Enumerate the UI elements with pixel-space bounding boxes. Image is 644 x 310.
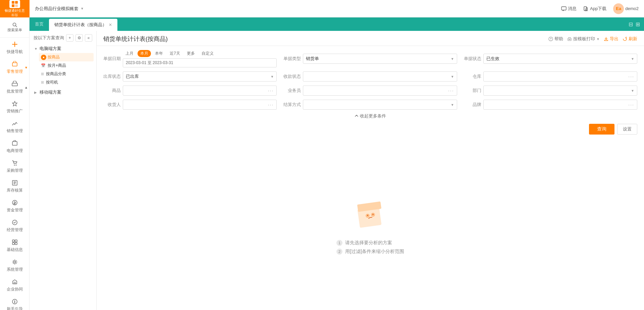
out-status-control[interactable]: 已出库 ▼ [123,71,277,82]
nav-wholesale[interactable]: 批发管理 ▲ [0,77,29,97]
doc-type-label: 单据类型 [283,56,301,62]
page-content: 按以下方案查询 + ⚙ « ▼ 电脑端方案 ● 按商品 [30,31,644,310]
collapse-row[interactable]: 收起更多条件 [97,111,644,121]
help-action[interactable]: 帮助 [548,36,563,42]
goods-control[interactable]: ··· [123,86,277,96]
export-icon [604,37,608,41]
tab-maximize-icon[interactable]: ⊞ [636,21,640,28]
date-tab-this-month[interactable]: 本月 [138,50,151,57]
main-content: 办公用品行业模拟账套 ▼ 消息 App下载 E [30,0,644,310]
collapse-btn[interactable]: 收起更多条件 [355,113,386,119]
filter-dept: 部门 ▼ [464,86,637,96]
tree-item-category[interactable]: ⊞ 按商品分类 [39,70,94,78]
svg-rect-26 [584,7,587,10]
search-icon [12,22,17,28]
filter-staff: 业务员 ··· [283,86,457,96]
tab-minimize-icon[interactable]: ⊟ [629,21,633,28]
nav-finance[interactable]: 资金管理 [0,196,29,216]
page-header: 销货单统计计表(按商品) 帮助 [97,31,644,46]
app-download-btn[interactable]: App下载 [583,6,606,12]
panel-add-btn[interactable]: + [66,34,73,42]
page-header-actions: 帮助 按模板打印 ▼ [548,36,637,42]
nav-system[interactable]: 系统管理 [0,255,29,275]
message-btn[interactable]: 消息 [561,6,577,12]
nav-menu: 快捷导航 零售管理 ▼ 批发管理 ▲ [0,38,29,310]
tree-mobile-toggle: ▶ [34,91,38,94]
nav-sales[interactable]: 销售管理 [0,117,29,137]
tab-right-icons: ⊟ ⊞ [629,21,644,28]
payment-control[interactable]: ▼ [303,100,457,110]
tab-bar: 首页 销货单统计计表（按商品） ✕ ⊟ ⊞ [30,17,644,31]
payment-label: 结算方式 [283,102,301,108]
help-icon [548,37,553,41]
date-tab-more[interactable]: 更多 [184,50,198,57]
tree-item-month-goods[interactable]: 📅 按月+商品 [39,61,94,70]
panel-settings-btn[interactable]: ⚙ [75,34,83,42]
receiver-dots: ··· [268,102,274,107]
staff-dots: ··· [448,88,454,93]
nav-marketing[interactable]: 营销推广 [0,97,29,117]
refresh-action[interactable]: 刷新 [623,36,637,42]
svg-rect-1 [15,1,18,4]
doc-type-control[interactable]: 销货单 ▼ [303,54,457,64]
out-status-arrow: ▼ [270,75,274,79]
svg-line-5 [15,26,17,27]
search-label: 搜索菜单 [7,28,22,33]
date-tab-this-year[interactable]: 本年 [152,50,166,57]
warehouse-dots: ··· [628,74,634,79]
tab-close-btn[interactable]: ✕ [109,22,112,27]
tree-mobile-section[interactable]: ▶ 移动端方案 [32,88,94,97]
warehouse-control[interactable]: ··· [483,71,637,82]
date-tab-custom[interactable]: 自定义 [199,50,216,57]
pay-status-control[interactable]: ▼ [303,71,457,82]
svg-rect-0 [12,1,14,4]
nav-enterprise[interactable]: 企业协同 [0,275,29,295]
export-label: 导出 [610,36,619,42]
receiver-control[interactable]: ··· [123,100,277,110]
tree-item-driver[interactable]: ⊞ 按司机 [39,78,94,87]
print-action[interactable]: 按模板打印 ▼ [567,36,600,42]
nav-ecom[interactable]: 电商管理 [0,137,29,156]
svg-point-9 [14,165,15,166]
nav-operation[interactable]: 经营管理 [0,216,29,236]
tree-pc-section[interactable]: ▼ 电脑端方案 [32,44,94,53]
app-download-label: App下载 [590,6,606,12]
search-menu-item[interactable]: 搜索菜单 [0,20,29,35]
nav-purchase[interactable]: 采购管理 [0,156,29,176]
empty-svg [350,193,390,233]
industry-dropdown-icon[interactable]: ▼ [80,7,84,10]
sales-icon [11,119,19,127]
date-tab-7days[interactable]: 近7天 [167,50,183,57]
nav-inventory[interactable]: 库存核算 [0,176,29,196]
pay-status-arrow: ▼ [451,75,454,79]
nav-guide[interactable]: 新手引导 [0,295,29,310]
print-dropdown-icon[interactable]: ▼ [596,37,600,41]
nav-retail[interactable]: 零售管理 ▼ [0,57,29,77]
date-group: 上月 本月 本年 近7天 更多 自定义 2023-03-01 至 2023-03… [123,50,277,67]
date-tab-last-month[interactable]: 上月 [123,50,136,57]
settings-button[interactable]: 设置 [617,124,637,135]
doc-status-control[interactable]: 已生效 ▼ [483,54,637,64]
tree-pc-toggle: ▼ [34,47,38,51]
out-status-label: 出库状态 [103,73,121,80]
tab-home[interactable]: 首页 [30,17,49,31]
nav-wholesale-label: 批发管理 [7,89,23,94]
filter-payment: 结算方式 ▼ [283,100,457,110]
nav-quick[interactable]: 快捷导航 [0,38,29,57]
svg-rect-29 [569,39,571,40]
query-button[interactable]: 查询 [589,124,614,135]
date-range-input[interactable]: 2023-03-01 至 2023-03-31 [123,58,277,67]
tab-current[interactable]: 销货单统计计表（按商品） ✕ [49,19,117,31]
nav-basic[interactable]: 基础信息 [0,236,29,255]
tab-current-label: 销货单统计计表（按商品） [54,22,107,28]
export-action[interactable]: 导出 [604,36,619,42]
tree-item-month-goods-label: 按月+商品 [48,63,66,68]
logo-icon [9,0,20,8]
panel-collapse-btn[interactable]: « [85,34,92,42]
staff-control[interactable]: ··· [303,86,457,96]
user-avatar-btn[interactable]: Ea demo2 [613,3,639,14]
tree-item-goods[interactable]: ● 按商品 [39,53,94,61]
brand-control[interactable]: ··· [483,100,637,110]
app-logo[interactable]: 畅捷通好生意 标版 [0,0,30,17]
dept-control[interactable]: ▼ [483,86,637,96]
